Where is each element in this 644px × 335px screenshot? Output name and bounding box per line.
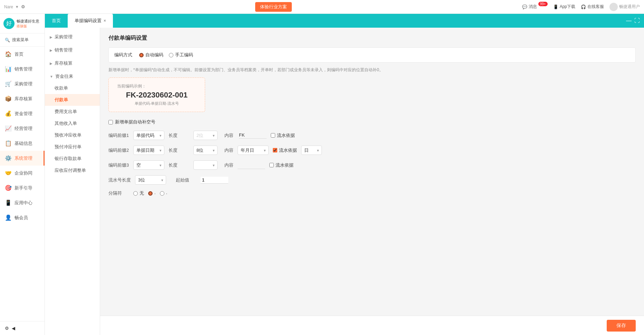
- apps-icon: 📱: [5, 199, 12, 206]
- sidebar-item-member[interactable]: 👤 畅会员: [0, 210, 45, 225]
- sidebar-item-enterprise[interactable]: 🤝 企业协同: [0, 166, 45, 180]
- radio-auto-code[interactable]: 自动编码: [139, 52, 163, 58]
- sidebar-item-system[interactable]: ⚙️ 系统管理: [0, 151, 45, 166]
- message-icon: 💬: [522, 4, 527, 9]
- serial1-label: 流水依据: [277, 132, 295, 139]
- sidebar-label-enterprise: 企业协同: [15, 170, 32, 176]
- auto-fill-label: 新增单据自动补空号: [115, 119, 155, 125]
- maximize-icon[interactable]: ⛶: [634, 18, 640, 24]
- settings-footer-icon: ⚙: [5, 326, 9, 331]
- radio-manual-code[interactable]: 手工编码: [169, 52, 193, 58]
- serial2-check[interactable]: 流水依据: [273, 147, 297, 153]
- form-area: 付款单编码设置 编码方式 自动编码 手工编码: [100, 28, 644, 316]
- subnav-purchase-title[interactable]: ▶ 采购管理: [45, 31, 100, 43]
- tab-bar-right: — ⛶: [626, 18, 644, 24]
- sep-dot2-label: ·: [166, 191, 167, 196]
- length1-label: 长度: [169, 132, 189, 139]
- prefix2-select[interactable]: 单据日期: [133, 146, 164, 155]
- minimize-icon[interactable]: —: [626, 18, 632, 24]
- subnav-item-other-income[interactable]: 其他收入单: [45, 118, 100, 129]
- length1-select[interactable]: 2位: [193, 131, 218, 140]
- start-value-label: 起始值: [176, 177, 196, 183]
- settings-icon[interactable]: ⚙: [21, 4, 25, 9]
- tab-encoding-settings[interactable]: 单据编码设置 ×: [68, 14, 113, 28]
- sidebar-item-base[interactable]: 📋 基础信息: [0, 136, 45, 151]
- length2-select[interactable]: 8位: [193, 146, 218, 155]
- serial3-check[interactable]: 流水依据: [269, 162, 294, 168]
- subnav-funds-label: 资金往来: [55, 73, 73, 80]
- sidebar-item-sales[interactable]: 📊 销售管理: [0, 62, 45, 76]
- top-bar-center: 体验行业方案: [255, 2, 292, 12]
- prefix1-select[interactable]: 单据代码: [133, 131, 164, 140]
- close-icon[interactable]: ×: [104, 18, 106, 23]
- subnav-group-sales: ▶ 销售管理: [45, 44, 100, 56]
- sub-nav: ▶ 采购管理 ▶ 销售管理 ▶ 库存核算: [45, 28, 100, 335]
- app-icon: 📱: [553, 4, 558, 9]
- length3-select[interactable]: [193, 160, 218, 170]
- sidebar-item-apps[interactable]: 📱 应用中心: [0, 195, 45, 210]
- prefix3-select[interactable]: 空: [133, 160, 164, 170]
- headset-icon: 🎧: [581, 4, 586, 9]
- separator-row: 分隔符 无 · ·: [108, 190, 636, 196]
- subnav-item-receipt[interactable]: 收款单: [45, 82, 100, 94]
- auto-fill-row: 新增单据自动补空号: [108, 119, 636, 125]
- sidebar-item-inventory[interactable]: 📦 库存核算: [0, 91, 45, 106]
- serial2-checkbox[interactable]: [273, 148, 277, 152]
- sidebar-item-guide[interactable]: 🎯 新手引导: [0, 180, 45, 195]
- subnav-item-prepay-payment[interactable]: 预付冲应付单: [45, 141, 100, 153]
- tab-home[interactable]: 首页: [45, 14, 68, 28]
- subnav-item-receivable-adjust[interactable]: 应收应付调整单: [45, 165, 100, 176]
- auto-code-label: 自动编码: [145, 52, 163, 58]
- search-menu-label: 搜索菜单: [12, 37, 29, 43]
- auto-fill-checkbox[interactable]: [108, 120, 113, 124]
- sidebar-label-operations: 经营管理: [15, 125, 32, 132]
- subnav-sales-title[interactable]: ▶ 销售管理: [45, 44, 100, 56]
- user-avatar[interactable]: 畅捷通用户: [609, 3, 640, 11]
- message-badge: 99+: [538, 2, 548, 6]
- save-button[interactable]: 保存: [607, 320, 636, 332]
- start-value-input[interactable]: [201, 177, 228, 184]
- encoding-mode-row: 编码方式 自动编码 手工编码: [108, 47, 636, 63]
- serial-length-label: 流水号长度: [108, 177, 131, 183]
- subnav-item-prepay-receipt[interactable]: 预收冲应收单: [45, 129, 100, 141]
- code-example-box: 当前编码示例： FK-20230602-001 单据代码-单据日期-流水号: [108, 77, 205, 112]
- sep-dot2[interactable]: ·: [160, 191, 167, 196]
- serial3-checkbox[interactable]: [269, 163, 274, 167]
- app-download-label: App下载: [560, 4, 575, 10]
- sep-none[interactable]: 无: [133, 190, 144, 196]
- collapse-icon[interactable]: ◀: [12, 326, 15, 331]
- member-icon: 👤: [5, 214, 12, 221]
- search-icon: 🔍: [5, 38, 10, 43]
- online-service-button[interactable]: 🎧 在线客服: [581, 4, 604, 10]
- sidebar-footer[interactable]: ⚙ ◀: [0, 321, 45, 335]
- online-service-label: 在线客服: [587, 4, 604, 10]
- prefix1-row: 编码前缀1 单据代码 长度 2位 内容: [108, 131, 636, 140]
- sidebar-item-operations[interactable]: 📈 经营管理: [0, 121, 45, 136]
- hint-text: 新增单据时，*单据编码*自动生成，不可编辑。前缀设置为部门、业务员等档案类，开单…: [108, 67, 636, 73]
- sidebar-item-finance[interactable]: 💰 资金管理: [0, 106, 45, 121]
- serial-length-select[interactable]: 3位: [135, 175, 166, 185]
- sidebar: 好 畅捷通好生意 搭脉版 🔍 搜索菜单 🏠 首页 📊 销售管理 🛒 采购管理 📦…: [0, 14, 45, 335]
- sidebar-label-system: 系统管理: [15, 155, 32, 161]
- search-menu[interactable]: 🔍 搜索菜单: [0, 34, 45, 47]
- content2-select[interactable]: 年月日: [238, 146, 269, 155]
- serial2-unit-wrapper: 日: [301, 146, 322, 155]
- sep-none-label: 无: [140, 190, 144, 196]
- sidebar-item-purchase[interactable]: 🛒 采购管理: [0, 76, 45, 91]
- chevron-down-icon[interactable]: ▾: [16, 4, 18, 9]
- subnav-funds-title[interactable]: ▼ 资金往来: [45, 71, 100, 82]
- subnav-inventory-title[interactable]: ▶ 库存核算: [45, 57, 100, 69]
- app-download-button[interactable]: 📱 App下载: [553, 4, 575, 10]
- sidebar-item-home[interactable]: 🏠 首页: [0, 47, 45, 62]
- experience-button[interactable]: 体验行业方案: [255, 2, 292, 12]
- example-label: 当前编码示例：: [117, 83, 196, 89]
- subnav-group-funds: ▼ 资金往来 收款单 付款单 费用支出单 其他收入单 预收冲应收单 预付冲应付单…: [45, 71, 100, 176]
- subnav-item-payment[interactable]: 付款单: [45, 94, 100, 106]
- message-button[interactable]: 💬 消息 99+: [522, 4, 548, 10]
- serial2-unit-select[interactable]: 日: [301, 146, 322, 155]
- subnav-item-expense[interactable]: 费用支出单: [45, 106, 100, 118]
- serial1-checkbox[interactable]: [271, 133, 275, 138]
- serial1-check[interactable]: 流水依据: [271, 132, 295, 139]
- subnav-item-bank-deposit[interactable]: 银行存取款单: [45, 153, 100, 165]
- sep-dot1[interactable]: ·: [148, 191, 156, 196]
